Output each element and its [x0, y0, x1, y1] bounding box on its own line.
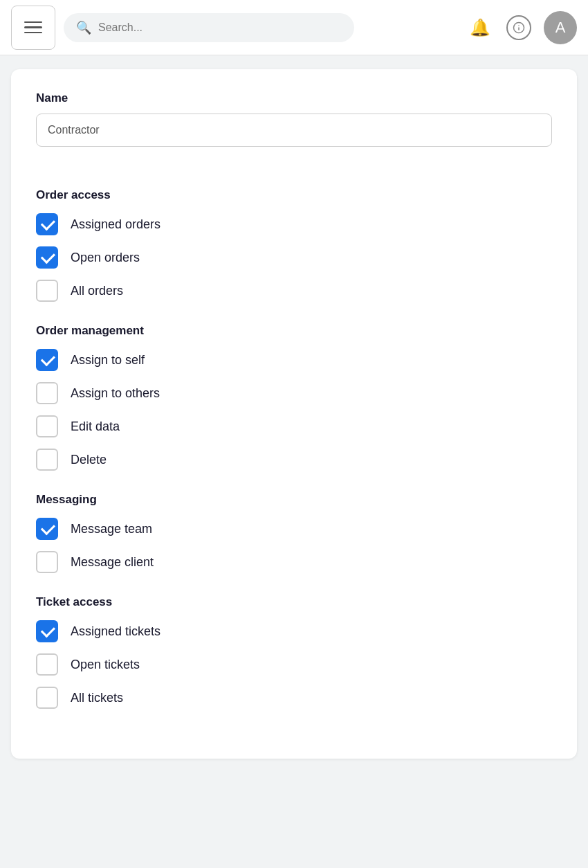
main-content: Name Order access Assigned orders Open o…: [0, 55, 588, 772]
search-bar: 🔍: [64, 13, 354, 42]
checkbox-open-tickets-label: Open tickets: [71, 658, 140, 672]
checkbox-all-tickets[interactable]: All tickets: [36, 687, 552, 709]
order-access-group: Assigned orders Open orders All orders: [36, 213, 552, 302]
checkbox-assigned-tickets-label: Assigned tickets: [71, 624, 160, 639]
checkbox-open-orders[interactable]: Open orders: [36, 246, 552, 269]
bell-icon: 🔔: [470, 18, 490, 37]
search-icon: 🔍: [76, 20, 91, 35]
search-input[interactable]: [98, 21, 342, 34]
checkbox-message-team-box[interactable]: [36, 518, 58, 540]
notifications-button[interactable]: 🔔: [466, 14, 494, 42]
checkbox-assign-to-others-label: Assign to others: [71, 386, 160, 401]
name-label: Name: [36, 91, 552, 105]
checkbox-assign-to-others-box[interactable]: [36, 382, 58, 404]
avatar[interactable]: A: [544, 11, 577, 44]
checkbox-open-orders-box[interactable]: [36, 246, 58, 269]
name-section: Name: [36, 91, 552, 166]
menu-button[interactable]: [11, 6, 55, 50]
checkbox-message-client-box[interactable]: [36, 551, 58, 573]
order-access-label: Order access: [36, 188, 552, 202]
checkbox-assign-to-self[interactable]: Assign to self: [36, 349, 552, 371]
checkbox-message-team[interactable]: Message team: [36, 518, 552, 540]
checkbox-delete[interactable]: Delete: [36, 449, 552, 471]
messaging-group: Message team Message client: [36, 518, 552, 573]
checkbox-all-orders[interactable]: All orders: [36, 280, 552, 302]
topbar-icons: 🔔 A: [466, 11, 577, 44]
checkbox-open-tickets-box[interactable]: [36, 653, 58, 676]
ticket-access-section: Ticket access Assigned tickets Open tick…: [36, 595, 552, 709]
checkbox-delete-box[interactable]: [36, 449, 58, 471]
checkbox-all-orders-box[interactable]: [36, 280, 58, 302]
checkbox-assigned-orders[interactable]: Assigned orders: [36, 213, 552, 235]
checkbox-message-client-label: Message client: [71, 555, 154, 570]
checkbox-all-tickets-box[interactable]: [36, 687, 58, 709]
checkbox-open-orders-label: Open orders: [71, 251, 140, 265]
order-management-label: Order management: [36, 324, 552, 338]
ticket-access-label: Ticket access: [36, 595, 552, 609]
order-management-group: Assign to self Assign to others Edit dat…: [36, 349, 552, 471]
checkbox-assign-to-self-label: Assign to self: [71, 353, 145, 368]
checkbox-message-client[interactable]: Message client: [36, 551, 552, 573]
checkbox-assigned-orders-box[interactable]: [36, 213, 58, 235]
checkbox-all-tickets-label: All tickets: [71, 691, 123, 705]
checkbox-assigned-tickets[interactable]: Assigned tickets: [36, 620, 552, 642]
checkbox-all-orders-label: All orders: [71, 284, 123, 298]
checkbox-open-tickets[interactable]: Open tickets: [36, 653, 552, 676]
ticket-access-group: Assigned tickets Open tickets All ticket…: [36, 620, 552, 709]
checkbox-message-team-label: Message team: [71, 522, 152, 536]
messaging-section: Messaging Message team Message client: [36, 493, 552, 573]
checkbox-delete-label: Delete: [71, 453, 107, 467]
help-button[interactable]: [506, 15, 531, 40]
checkbox-edit-data-box[interactable]: [36, 415, 58, 437]
checkbox-assign-to-self-box[interactable]: [36, 349, 58, 371]
checkbox-assigned-tickets-box[interactable]: [36, 620, 58, 642]
checkbox-assigned-orders-label: Assigned orders: [71, 217, 160, 232]
messaging-label: Messaging: [36, 493, 552, 507]
checkbox-assign-to-others[interactable]: Assign to others: [36, 382, 552, 404]
name-input[interactable]: [36, 114, 552, 147]
checkbox-edit-data-label: Edit data: [71, 419, 120, 434]
order-access-section: Order access Assigned orders Open orders…: [36, 188, 552, 302]
form-card: Name Order access Assigned orders Open o…: [11, 69, 577, 759]
checkbox-edit-data[interactable]: Edit data: [36, 415, 552, 437]
order-management-section: Order management Assign to self Assign t…: [36, 324, 552, 471]
topbar: 🔍 🔔 A: [0, 0, 588, 55]
